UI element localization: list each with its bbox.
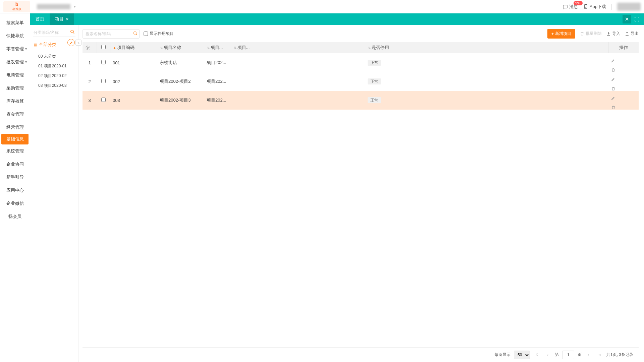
sidebar-item[interactable]: 企业协同 — [0, 158, 30, 171]
messages-button[interactable]: 消息 99+ — [562, 4, 578, 10]
row-select[interactable] — [97, 53, 110, 72]
edit-row-button[interactable] — [611, 77, 632, 81]
sidebar-item[interactable]: 基础信息 — [1, 134, 29, 144]
select-all-checkbox[interactable] — [101, 45, 106, 49]
user-avatar-blurred[interactable] — [617, 3, 641, 11]
close-icon[interactable]: ✕ — [66, 17, 69, 21]
divider — [611, 4, 612, 10]
sidebar-item[interactable]: 应用中心 — [0, 184, 30, 197]
add-project-button[interactable]: + 新增项目 — [547, 29, 575, 39]
edit-icon — [69, 41, 73, 45]
messages-badge: 99+ — [574, 1, 583, 5]
sidebar-item[interactable]: 库存核算 — [0, 95, 30, 108]
content-wrap: ▦ 全部分类 « 00 未分类01 项目2020-0102 项目2020-020… — [30, 25, 644, 362]
sidebar-item[interactable]: 经营管理 — [0, 121, 30, 134]
last-page-button[interactable]: ⇥ — [596, 351, 603, 359]
next-page-button[interactable]: › — [585, 351, 592, 359]
app-download-button[interactable]: App下载 — [583, 4, 606, 10]
row-index: 2 — [83, 72, 97, 91]
fullscreen-icon — [635, 17, 639, 21]
category-edit-button[interactable] — [67, 39, 75, 46]
sidebar-item[interactable]: 零售管理▼▼ — [0, 42, 30, 55]
caret-icon: ▼ — [24, 47, 27, 50]
search-icon[interactable] — [133, 31, 138, 36]
table-row[interactable]: 1001东楼街店项目202...正常 — [83, 53, 639, 72]
message-icon — [562, 4, 568, 9]
tab-project[interactable]: 项目 ✕ — [50, 13, 74, 25]
cell-ops — [608, 72, 639, 91]
delete-row-button[interactable] — [611, 68, 632, 72]
cell-name: 项目2002-项目2 — [157, 72, 204, 91]
col-attr[interactable]: ⇅项目... — [231, 42, 365, 53]
sidebar-item[interactable]: 新手引导 — [0, 171, 30, 184]
edit-row-button[interactable] — [611, 58, 632, 63]
cell-code: 002 — [110, 72, 157, 91]
select-all-column[interactable] — [97, 42, 110, 53]
show-disabled-input[interactable] — [144, 32, 148, 36]
col-name-label: 项目名称 — [164, 45, 181, 50]
fullscreen-button[interactable] — [633, 15, 641, 23]
export-icon — [625, 32, 629, 36]
sidebar-item[interactable]: 采购管理 — [0, 81, 30, 95]
per-page-label: 每页显示 — [494, 352, 511, 358]
row-select[interactable] — [97, 72, 110, 91]
collapse-panel-button[interactable]: « — [75, 40, 82, 46]
col-ops: 操作 — [608, 42, 639, 53]
tab-bar-right — [623, 13, 644, 25]
sidebar-item[interactable]: 快捷导航 — [0, 29, 30, 42]
chevron-left-icon: « — [77, 41, 79, 45]
row-checkbox[interactable] — [101, 98, 106, 102]
caret-icon: ▼ — [24, 60, 27, 63]
category-node[interactable]: 01 项目2020-01 — [33, 61, 75, 71]
sidebar-item[interactable]: 系统管理 — [0, 144, 30, 158]
svg-rect-0 — [563, 5, 567, 8]
row-index: 1 — [83, 53, 97, 72]
per-page-select[interactable]: 50 — [514, 351, 530, 359]
category-node[interactable]: 02 项目2020-02 — [33, 71, 75, 81]
sidebar-item[interactable]: 批发管理▼▼ — [0, 55, 30, 68]
export-label: 导出 — [631, 31, 639, 37]
app-download-label: App下载 — [590, 4, 606, 10]
category-node[interactable]: 03 项目2020-03 — [33, 81, 75, 90]
sidebar-item[interactable]: 电商管理 — [0, 68, 30, 81]
tab-bar: 首页 项目 ✕ — [0, 13, 644, 25]
category-node[interactable]: 00 未分类 — [33, 52, 75, 61]
tab-home-label: 首页 — [36, 16, 44, 22]
trash-icon — [580, 32, 584, 36]
page-input[interactable] — [562, 351, 574, 359]
col-disabled[interactable]: ⇅是否停用 — [365, 42, 608, 53]
main-panel: 显示停用项目 + 新增项目 批量删除 导入 导出 — [78, 25, 644, 362]
row-checkbox[interactable] — [101, 60, 106, 64]
search-icon[interactable] — [70, 29, 75, 34]
row-checkbox[interactable] — [101, 79, 106, 83]
delete-row-button[interactable] — [611, 105, 632, 110]
first-page-button[interactable]: K — [533, 351, 541, 359]
company-selector[interactable]: ▼ — [37, 2, 84, 11]
prev-page-button[interactable]: ‹ — [544, 351, 551, 359]
table-row[interactable]: 3003项目2002-项目3项目202...正常 — [83, 91, 639, 110]
sidebar-item[interactable]: 企业微信 — [0, 197, 30, 210]
sidebar-item[interactable]: 畅会员 — [0, 210, 30, 223]
row-index: 3 — [83, 91, 97, 110]
category-search-input[interactable] — [33, 28, 75, 37]
sidebar-item[interactable]: 搜索菜单 — [0, 16, 30, 29]
row-select[interactable] — [97, 91, 110, 110]
search-box — [83, 29, 140, 39]
pagination-footer: 每页显示 50 K ‹ 第 页 › ⇥ 共1页, 3条记录 — [83, 347, 639, 362]
search-input[interactable] — [83, 29, 140, 39]
col-cat[interactable]: ⇅项目... — [204, 42, 231, 53]
tab-home[interactable]: 首页 — [30, 13, 50, 25]
show-disabled-checkbox[interactable]: 显示停用项目 — [144, 31, 174, 37]
delete-row-button[interactable] — [611, 86, 632, 91]
settings-column[interactable] — [83, 42, 97, 53]
col-code[interactable]: ▲项目编码 — [110, 42, 157, 53]
cell-name: 项目2002-项目3 — [157, 91, 204, 110]
cell-name: 东楼街店 — [157, 53, 204, 72]
export-button[interactable]: 导出 — [625, 31, 639, 37]
close-all-tabs-button[interactable] — [623, 15, 631, 23]
col-name[interactable]: ⇅项目名称 — [157, 42, 204, 53]
edit-row-button[interactable] — [611, 96, 632, 100]
table-row[interactable]: 2002项目2002-项目2项目202...正常 — [83, 72, 639, 91]
sidebar-item[interactable]: 资金管理 — [0, 108, 30, 121]
import-button[interactable]: 导入 — [606, 31, 620, 37]
